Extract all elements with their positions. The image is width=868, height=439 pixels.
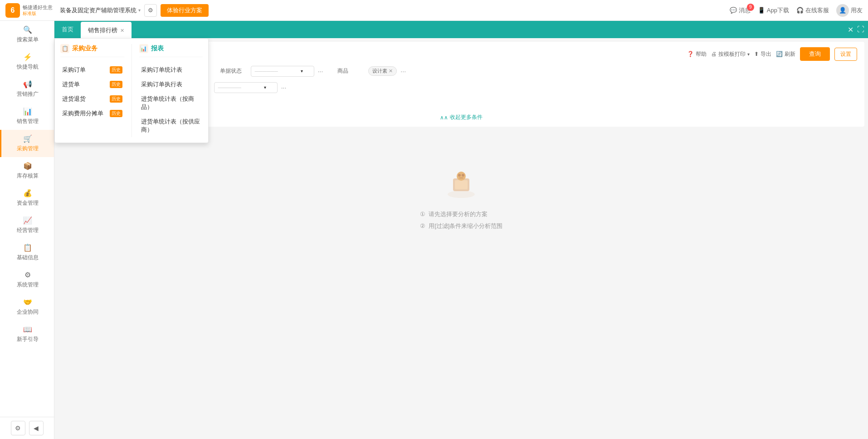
- industry-btn[interactable]: 体验行业方案: [161, 4, 209, 17]
- dropdown-item-order-stats[interactable]: 采购订单统计表: [139, 63, 203, 77]
- receipt-status-ellipsis[interactable]: ···: [318, 68, 323, 75]
- svg-point-4: [458, 174, 461, 177]
- tab-bar: 首页 销售排行榜 ✕ ✕ ⛶: [54, 21, 868, 38]
- sidebar-item-search[interactable]: 🔍 搜索菜单: [0, 21, 54, 48]
- svg-point-5: [462, 174, 464, 177]
- print-dropdown-icon[interactable]: ▾: [747, 52, 750, 57]
- chevron-down-icon[interactable]: ▾: [138, 8, 141, 13]
- base-info-icon: 📋: [23, 243, 32, 252]
- sidebar-item-enterprise[interactable]: 🤝 企业协同: [0, 293, 54, 321]
- history-badge-3: 历史: [110, 110, 122, 117]
- guide-icon: 📖: [23, 325, 32, 334]
- report-col: 📊 报表 采购订单统计表 采购订单执行表 进货单统计表（按商品） 进货单统计表（…: [139, 44, 203, 137]
- salesman-chevron-icon: ▾: [264, 85, 266, 90]
- message-btn[interactable]: 💬 消息 9: [730, 6, 751, 15]
- sidebar-item-system[interactable]: ⚙ 系统管理: [0, 266, 54, 293]
- help-icon: ❓: [687, 51, 694, 57]
- refresh-icon: 🔄: [776, 51, 783, 57]
- dropdown-item-purchase-order[interactable]: 采购订单 历史: [60, 63, 124, 77]
- tab-expand-icon[interactable]: ⛶: [857, 25, 864, 34]
- collapse-btn[interactable]: ∧∧ 收起更多条件: [440, 113, 483, 121]
- dropdown-item-order-exec[interactable]: 采购订单执行表: [139, 77, 203, 92]
- sidebar-item-base-info[interactable]: 📋 基础信息: [0, 239, 54, 266]
- receipt-status-filter: 单据状态 ────── ▾ ···: [220, 66, 323, 77]
- system-icon: ⚙: [24, 271, 31, 279]
- sidebar-item-operations[interactable]: 📈 经营管理: [0, 212, 54, 239]
- gear-icon: ⚙: [148, 7, 153, 14]
- purchase-col-icon: 📋: [60, 44, 69, 53]
- collapse-up-icon: ∧∧: [440, 114, 448, 121]
- history-badge-0: 历史: [110, 66, 122, 74]
- message-icon: 💬: [730, 7, 737, 14]
- purchase-icon: 🛒: [23, 134, 32, 143]
- column-divider: [132, 44, 132, 137]
- operations-icon: 📈: [23, 216, 32, 225]
- goods-ellipsis[interactable]: ···: [400, 68, 406, 75]
- export-icon: ⬆: [754, 51, 759, 57]
- search-icon: 🔍: [23, 25, 32, 34]
- report-col-header: 📊 报表: [139, 44, 203, 57]
- tab-close-icon[interactable]: ✕: [120, 28, 124, 34]
- inventory-icon: 📦: [23, 162, 32, 170]
- salesman-ellipsis[interactable]: ···: [281, 84, 287, 91]
- setting-btn[interactable]: 设置: [834, 48, 857, 61]
- svg-point-3: [457, 172, 466, 181]
- goods-tag: 设计素 ✕: [368, 66, 397, 76]
- salesman-select[interactable]: ────── ▾: [214, 82, 278, 93]
- help-btn[interactable]: ❓ 帮助: [687, 50, 707, 58]
- sidebar-item-finance[interactable]: 💰 资金管理: [0, 184, 54, 212]
- empty-tips: ① 请先选择要分析的方案 ② 用[过滤]条件来缩小分析范围: [420, 208, 503, 232]
- sidebar-item-sales[interactable]: 📊 销售管理: [0, 103, 54, 130]
- online-service-btn[interactable]: 🎧 在线客服: [796, 6, 829, 15]
- sidebar: 🔍 搜索菜单 ⚡ 快捷导航 📢 营销推广 📊 销售管理 🛒 采购管理 📦 库存核…: [0, 21, 54, 439]
- history-badge-2: 历史: [110, 95, 122, 103]
- system-title: 装备及固定资产辅助管理系统 ▾: [60, 6, 141, 15]
- logo-text: 畅捷通好生意 标准版: [23, 4, 53, 16]
- tab-home[interactable]: 首页: [54, 21, 81, 38]
- report-col-icon: 📊: [139, 44, 148, 53]
- sidebar-setting-btn[interactable]: ⚙: [11, 421, 25, 435]
- dropdown-item-purchase-expense[interactable]: 采购费用分摊单 历史: [60, 106, 124, 121]
- app-download-btn[interactable]: 📱 App下载: [758, 6, 789, 15]
- purchase-col-header: 📋 采购业务: [60, 44, 124, 57]
- sidebar-item-purchase[interactable]: 🛒 采购管理: [0, 130, 54, 157]
- logo-area: 6 畅捷通好生意 标准版: [5, 3, 60, 18]
- sidebar-item-marketing[interactable]: 📢 营销推广: [0, 75, 54, 103]
- gear-button[interactable]: ⚙: [144, 4, 157, 17]
- tip-bullet-1: ①: [420, 211, 425, 217]
- purchase-col: 📋 采购业务 采购订单 历史 进货单 历史 进货退货 历史 采购费用分摊单 历史: [60, 44, 124, 137]
- refresh-btn[interactable]: 🔄 刷新: [776, 50, 795, 58]
- sidebar-item-guide[interactable]: 📖 新手引导: [0, 321, 54, 348]
- tab-bar-right: ✕ ⛶: [848, 25, 868, 34]
- query-btn[interactable]: 查询: [800, 47, 830, 61]
- collapse-icon: ◀: [34, 424, 39, 432]
- chevron-down-icon: ▾: [301, 69, 303, 74]
- dropdown-item-goods-receipt[interactable]: 进货单 历史: [60, 77, 124, 92]
- quick-nav-icon: ⚡: [23, 53, 32, 61]
- tab-sales-rank[interactable]: 销售排行榜 ✕: [81, 22, 132, 39]
- sidebar-item-quick-nav[interactable]: ⚡ 快捷导航: [0, 48, 54, 75]
- export-btn[interactable]: ⬆ 导出: [754, 50, 771, 58]
- print-icon: 🖨: [711, 51, 717, 57]
- headset-icon: 🎧: [796, 7, 804, 14]
- receipt-status-select[interactable]: ────── ▾: [251, 66, 314, 77]
- sidebar-bottom: ⚙ ◀: [0, 417, 54, 439]
- message-badge: 9: [747, 4, 754, 11]
- history-badge-1: 历史: [110, 81, 122, 88]
- dropdown-item-goods-stats-by-product[interactable]: 进货单统计表（按商品）: [139, 92, 203, 114]
- tab-close-all-icon[interactable]: ✕: [848, 25, 853, 34]
- sidebar-item-inventory[interactable]: 📦 库存核算: [0, 157, 54, 184]
- goods-filter: 商品 设计素 ✕ ···: [337, 66, 406, 76]
- enterprise-icon: 🤝: [23, 298, 32, 306]
- dropdown-item-goods-stats-by-supplier[interactable]: 进货单统计表（按供应商）: [139, 114, 203, 137]
- goods-tag-close[interactable]: ✕: [389, 68, 393, 74]
- avatar: 👤: [836, 4, 849, 17]
- logo-line2: 标准版: [23, 10, 53, 16]
- empty-state: ① 请先选择要分析的方案 ② 用[过滤]条件来缩小分析范围: [54, 130, 868, 266]
- print-btn[interactable]: 🖨 按模板打印 ▾: [711, 50, 750, 58]
- empty-illustration: [443, 165, 479, 201]
- sidebar-collapse-btn[interactable]: ◀: [29, 421, 44, 435]
- dropdown-item-goods-return[interactable]: 进货退货 历史: [60, 92, 124, 106]
- user-btn[interactable]: 👤 用友: [836, 4, 863, 17]
- toolbar-right: ❓ 帮助 🖨 按模板打印 ▾ ⬆ 导出 🔄: [687, 47, 857, 61]
